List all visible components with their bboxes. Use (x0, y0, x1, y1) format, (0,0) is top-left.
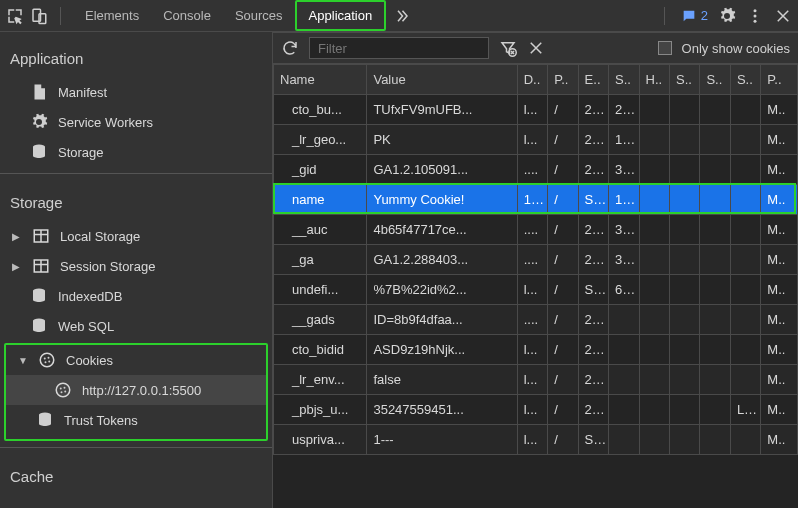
table-row[interactable]: cto_bididASD9z19hNjk...l.../2...M.. (274, 335, 798, 365)
sidebar-item-label: Manifest (58, 85, 107, 100)
cell: l... (517, 275, 547, 305)
sidebar-item[interactable]: Web SQL (0, 311, 272, 341)
column-header[interactable]: S.. (700, 65, 730, 95)
sidebar-item[interactable]: ▶Session Storage (0, 251, 272, 281)
cell: l... (517, 425, 547, 455)
column-header[interactable]: E.. (578, 65, 608, 95)
cell: 2... (578, 215, 608, 245)
divider (664, 7, 665, 25)
cell (700, 425, 730, 455)
cell: _lr_env... (274, 365, 367, 395)
cell: S... (578, 425, 608, 455)
column-header[interactable]: D.. (517, 65, 547, 95)
column-header[interactable]: P.. (761, 65, 798, 95)
expand-arrow-icon[interactable]: ▼ (18, 355, 28, 366)
table-row[interactable]: nameYummy Cookie!1.../S...1...M.. (274, 185, 798, 215)
table-row[interactable]: undefi...%7B%22id%2...l.../S...6...M.. (274, 275, 798, 305)
sidebar-item-label: Session Storage (60, 259, 155, 274)
table-row[interactable]: _pbjs_u...35247559451...l.../2...L...M.. (274, 395, 798, 425)
table-row[interactable]: _gaGA1.2.288403......./2...3...M.. (274, 245, 798, 275)
sidebar-item[interactable]: http://127.0.0.1:5500 (6, 375, 266, 405)
cell (639, 425, 669, 455)
cell: / (548, 275, 578, 305)
column-header[interactable]: Value (367, 65, 517, 95)
column-header[interactable]: S.. (669, 65, 699, 95)
cell: l... (517, 395, 547, 425)
column-header[interactable]: Name (274, 65, 367, 95)
cell: 2... (578, 245, 608, 275)
cell: l... (517, 335, 547, 365)
filter-input[interactable] (309, 37, 489, 59)
clear-filter-icon[interactable] (499, 39, 517, 57)
sidebar-item[interactable]: Storage (0, 137, 272, 167)
cell (609, 425, 639, 455)
cell: 2... (578, 395, 608, 425)
tab-elements[interactable]: Elements (73, 2, 151, 29)
cell (669, 275, 699, 305)
cell (669, 395, 699, 425)
cell (639, 185, 669, 215)
clear-all-icon[interactable] (527, 39, 545, 57)
cell (730, 185, 760, 215)
cell (730, 335, 760, 365)
cell (639, 365, 669, 395)
expand-arrow-icon[interactable]: ▶ (12, 231, 22, 242)
cell (730, 95, 760, 125)
cell (730, 365, 760, 395)
column-header[interactable]: S.. (730, 65, 760, 95)
cell (639, 395, 669, 425)
inspect-icon[interactable] (6, 7, 24, 25)
settings-icon[interactable] (718, 7, 736, 25)
cell: 2... (578, 95, 608, 125)
sidebar-item[interactable]: IndexedDB (0, 281, 272, 311)
sidebar-item[interactable]: ▼Cookies (6, 345, 266, 375)
database-icon (30, 143, 48, 161)
table-row[interactable]: __auc4b65f47717ce......./2...3...M.. (274, 215, 798, 245)
table-row[interactable]: _gidGA1.2.105091......./2...3...M.. (274, 155, 798, 185)
cell: 3... (609, 155, 639, 185)
kebab-menu-icon[interactable] (746, 7, 764, 25)
database-icon (30, 287, 48, 305)
sidebar-item[interactable]: ▶Local Storage (0, 221, 272, 251)
sidebar-item-label: Storage (58, 145, 104, 160)
table-icon (32, 257, 50, 275)
cell (609, 335, 639, 365)
table-row[interactable]: _lr_env...falsel.../2...M.. (274, 365, 798, 395)
issues-count: 2 (701, 8, 708, 23)
device-toggle-icon[interactable] (30, 7, 48, 25)
table-row[interactable]: cto_bu...TUfxFV9mUFB...l.../2...2...M.. (274, 95, 798, 125)
tab-console[interactable]: Console (151, 2, 223, 29)
cell: false (367, 365, 517, 395)
table-row[interactable]: __gadsID=8b9f4dfaa......./2...M.. (274, 305, 798, 335)
table-row[interactable]: uspriva...1---l.../S...M.. (274, 425, 798, 455)
column-header[interactable]: H.. (639, 65, 669, 95)
table-row[interactable]: _lr_geo...PKl.../2...1...M.. (274, 125, 798, 155)
cell (700, 215, 730, 245)
cell: 35247559451... (367, 395, 517, 425)
cell (669, 185, 699, 215)
refresh-icon[interactable] (281, 39, 299, 57)
more-panels-icon[interactable] (392, 7, 410, 25)
sidebar-item[interactable]: Manifest (0, 77, 272, 107)
sidebar-item[interactable]: Service Workers (0, 107, 272, 137)
cell: / (548, 395, 578, 425)
column-header[interactable]: P.. (548, 65, 578, 95)
only-cookies-checkbox[interactable] (658, 41, 672, 55)
expand-arrow-icon[interactable]: ▶ (12, 261, 22, 272)
sidebar-item[interactable]: Trust Tokens (6, 405, 266, 435)
tab-sources[interactable]: Sources (223, 2, 295, 29)
column-header[interactable]: S.. (609, 65, 639, 95)
close-devtools-icon[interactable] (774, 7, 792, 25)
cookies-panel: Only show cookies NameValueD..P..E..S..H… (273, 32, 798, 508)
cell: cto_bu... (274, 95, 367, 125)
tab-application[interactable]: Application (295, 0, 387, 31)
panel-tabs: Elements Console Sources Application (73, 0, 386, 31)
issues-button[interactable]: 2 (681, 8, 708, 24)
cell (609, 365, 639, 395)
cell: / (548, 365, 578, 395)
cell: GA1.2.105091... (367, 155, 517, 185)
cell: 3... (609, 215, 639, 245)
cell: 1... (609, 185, 639, 215)
cell: 2... (578, 125, 608, 155)
cell: ID=8b9f4dfaa... (367, 305, 517, 335)
